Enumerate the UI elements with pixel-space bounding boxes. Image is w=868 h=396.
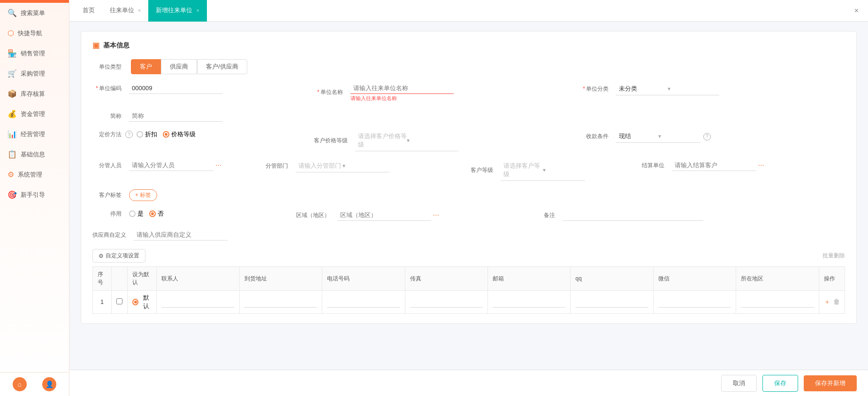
pricing-level-circle: [163, 131, 169, 138]
unit-type-field: 单位类型 客户 供应商 客户/供应商: [92, 59, 374, 74]
sidebar-user-icon[interactable]: 👤: [42, 377, 56, 391]
sidebar-label-quick-nav: 快捷导航: [18, 29, 42, 38]
sidebar-item-basic-info[interactable]: 📋 基础信息: [0, 144, 69, 164]
main-area: 首页 往来单位 × 新增往来单位 × × ▣ 基本信息 单位类型: [69, 0, 868, 396]
pricing-discount-circle: [137, 131, 143, 138]
row-checkbox[interactable]: [112, 291, 128, 314]
sidebar-item-quick-nav[interactable]: ⬡ 快捷导航: [0, 23, 69, 43]
sidebar-item-system[interactable]: ⚙ 系统管理: [0, 164, 69, 185]
sidebar-item-inventory[interactable]: 📦 库存核算: [0, 84, 69, 104]
contact-input[interactable]: [161, 296, 234, 308]
disable-no-circle: [149, 210, 156, 217]
email-input[interactable]: [493, 296, 565, 308]
unit-code-field: *单位编码: [92, 83, 314, 94]
operations-icon: 📊: [8, 130, 17, 139]
customer-price-select[interactable]: 请选择客户价格等级 ▾: [355, 130, 458, 151]
row-region[interactable]: [736, 291, 819, 314]
manager-label: 分管人员: [92, 162, 125, 170]
sidebar-item-search[interactable]: 🔍 搜索菜单: [0, 3, 69, 23]
tab-new-partner-close[interactable]: ×: [196, 8, 199, 13]
disable-yes-label: 是: [137, 210, 144, 218]
col-email: 邮箱: [488, 267, 571, 291]
row-email[interactable]: [488, 291, 571, 314]
sidebar-label-search: 搜索菜单: [21, 9, 45, 17]
manager-more-dots[interactable]: ···: [213, 161, 223, 170]
default-radio[interactable]: 默认: [132, 294, 152, 311]
row-wechat[interactable]: [653, 291, 736, 314]
short-name-input[interactable]: [129, 110, 223, 122]
row-qq[interactable]: [571, 291, 653, 314]
pricing-discount-label: 折扣: [145, 130, 157, 139]
custom-settings-button[interactable]: ⚙ 自定义项设置: [92, 249, 145, 263]
table-header-row: 序号 设为默认 联系人 到货地址 电话号码 传真 邮箱 qq 微信 所在地区 操…: [93, 267, 845, 291]
cancel-button[interactable]: 取消: [721, 375, 757, 392]
row-address[interactable]: [239, 291, 322, 314]
row-add-button[interactable]: ＋: [824, 298, 830, 306]
payment-terms-help-icon[interactable]: ?: [703, 133, 711, 140]
wechat-input[interactable]: [658, 296, 731, 308]
remark-input[interactable]: [563, 210, 703, 221]
manager-input[interactable]: [129, 160, 213, 171]
region-input[interactable]: [337, 210, 431, 221]
sidebar-home-icon[interactable]: ⌂: [13, 377, 27, 391]
main-close-button[interactable]: ×: [851, 7, 862, 15]
row-actions-cell: ＋ 🗑: [819, 291, 845, 314]
settlement-input[interactable]: [672, 160, 756, 171]
unit-name-error: 请输入往来单位名称: [350, 95, 579, 102]
row-fax[interactable]: [405, 291, 487, 314]
unit-type-btn-group: 客户 供应商 客户/供应商: [131, 59, 247, 74]
row-region-input[interactable]: [741, 296, 814, 308]
disable-no-radio[interactable]: 否: [149, 210, 164, 218]
fax-input[interactable]: [410, 296, 483, 308]
settlement-more-dots[interactable]: ···: [756, 161, 766, 170]
customer-level-select[interactable]: 请选择客户等级 ▾: [501, 160, 585, 181]
unit-name-label: *单位名称: [314, 88, 347, 96]
custom-settings-label: 自定义项设置: [106, 252, 139, 260]
row-select-checkbox[interactable]: [116, 298, 122, 304]
sidebar-label-system: 系统管理: [18, 171, 42, 179]
short-name-row: 简称: [92, 110, 845, 122]
unit-name-input[interactable]: [350, 83, 454, 94]
qq-input[interactable]: [575, 296, 648, 308]
pricing-discount-radio[interactable]: 折扣: [137, 130, 157, 139]
row-contact[interactable]: [157, 291, 239, 314]
tab-partner-close[interactable]: ×: [138, 8, 141, 13]
row-delete-button[interactable]: 🗑: [833, 298, 840, 306]
unit-category-select[interactable]: 未分类 ▾: [616, 83, 719, 95]
tab-partner[interactable]: 往来单位 ×: [102, 0, 148, 22]
type-btn-customer[interactable]: 客户: [131, 59, 161, 74]
disable-yes-radio[interactable]: 是: [129, 210, 144, 218]
row-phone[interactable]: [322, 291, 405, 314]
batch-delete-button[interactable]: 批量删除: [822, 252, 845, 260]
type-btn-both[interactable]: 客户/供应商: [197, 59, 247, 74]
inventory-icon: 📦: [8, 89, 17, 98]
payment-terms-arrow: ▾: [658, 133, 698, 140]
tab-new-partner[interactable]: 新增往来单位 ×: [148, 0, 206, 22]
dept-select[interactable]: 请输入分管部门 ▾: [296, 160, 389, 172]
unit-code-input[interactable]: [129, 83, 223, 94]
customer-price-arrow: ▾: [407, 137, 456, 144]
customer-level-field: 客户等级 请选择客户等级 ▾: [469, 160, 640, 181]
address-input[interactable]: [244, 296, 317, 308]
search-icon: 🔍: [8, 8, 17, 17]
sidebar-item-operations[interactable]: 📊 经营管理: [0, 124, 69, 144]
save-new-button[interactable]: 保存并新增: [804, 375, 857, 391]
tab-home[interactable]: 首页: [75, 0, 102, 22]
sidebar-item-finance[interactable]: 💰 资金管理: [0, 104, 69, 124]
add-tag-button[interactable]: + 标签: [129, 189, 157, 201]
payment-terms-select[interactable]: 现结 ▾: [616, 130, 700, 143]
region-more-dots[interactable]: ···: [431, 211, 441, 219]
pricing-level-radio[interactable]: 价格等级: [163, 130, 196, 139]
sidebar-item-newbie[interactable]: 🎯 新手引导: [0, 185, 69, 205]
supplier-custom-input[interactable]: [134, 229, 228, 241]
phone-input[interactable]: [327, 296, 400, 308]
sidebar-item-sales[interactable]: 🏪 销售管理: [0, 43, 69, 63]
default-radio-label: 默认: [140, 294, 152, 311]
customer-price-field: 客户价格等级 请选择客户价格等级 ▾: [314, 130, 579, 151]
save-button[interactable]: 保存: [762, 375, 798, 392]
dept-arrow: ▾: [343, 163, 387, 169]
pricing-help-icon[interactable]: ?: [125, 131, 133, 138]
sidebar-item-purchase[interactable]: 🛒 采购管理: [0, 63, 69, 84]
type-btn-supplier[interactable]: 供应商: [161, 59, 197, 74]
sidebar-label-sales: 销售管理: [21, 49, 45, 58]
